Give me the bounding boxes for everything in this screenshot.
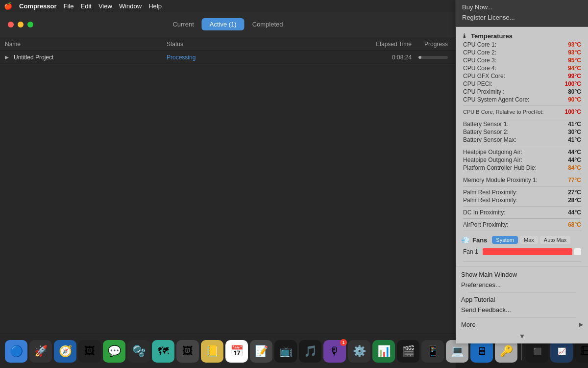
divider-bottom-2 — [468, 317, 576, 317]
tabs-container: Current Active (1) Completed — [165, 18, 291, 30]
temp-cpu-core-4: CPU Core 4: 94°C — [456, 64, 588, 72]
fan-1-row: Fan 1 — [461, 247, 583, 257]
dock: 🔵 🚀 🧭 🖼 💬 🫧 🗺 🖼 📒 📅 📝 📺 🎵 🎙 1 ⚙️ 📊 🎬 📱 💻… — [0, 334, 456, 368]
dock-messages[interactable]: 💬 — [103, 340, 125, 363]
fan-bar-end — [574, 248, 581, 255]
row-status: Processing — [167, 54, 348, 61]
scroll-down-icon: ▼ — [519, 332, 526, 340]
more-item: More — [461, 319, 476, 330]
col-header-status: Status — [167, 41, 348, 48]
app-window: Current Active (1) Completed Name Status… — [0, 12, 456, 368]
col-header-elapsed: Elapsed Time — [348, 41, 412, 48]
temp-palm-1: Palm Rest Proximity: 27°C — [456, 188, 588, 196]
divider-3 — [463, 146, 581, 146]
temp-cpu-peci: CPU PECI: 100°C — [456, 80, 588, 88]
menubar-left: 🍎 Compressor File Edit View Window Help — [4, 2, 162, 10]
dock-photos[interactable]: 🖼 — [78, 340, 101, 363]
temp-dc-in: DC In Proximity: 44°C — [456, 209, 588, 216]
temp-pch-die: Platform Controller Hub Die: 84°C — [456, 164, 588, 172]
tab-active[interactable]: Active (1) — [202, 18, 245, 30]
temp-battery-1: Battery Sensor 1: 41°C — [456, 120, 588, 128]
table-header: Name Status Elapsed Time Progress — [0, 37, 456, 51]
traffic-lights — [8, 22, 33, 27]
app-tutorial-item[interactable]: App Tutorial — [461, 294, 583, 305]
fans-title: Fans — [472, 237, 487, 244]
temp-cpu-core-2: CPU Core 2: 93°C — [456, 49, 588, 56]
more-arrow-icon: ▶ — [579, 321, 583, 328]
progress-bar — [418, 56, 448, 59]
apple-menu-icon[interactable]: 🍎 — [4, 2, 12, 10]
preferences-item[interactable]: Preferences... — [461, 280, 583, 290]
fan-controls: System Max Auto Max — [492, 236, 570, 244]
dropdown-menu-items: Buy Now... Register License... — [456, 0, 588, 27]
divider-8 — [463, 231, 581, 231]
podcast-badge: 1 — [340, 339, 347, 346]
minimize-button[interactable] — [18, 22, 24, 27]
file-menu[interactable]: File — [64, 2, 74, 10]
table-row[interactable]: ▶ Untitled Project Processing 0:08:24 — [0, 51, 456, 64]
divider-9 — [463, 262, 581, 262]
row-disclosure-icon[interactable]: ▶ — [5, 54, 12, 60]
divider-bottom-1 — [468, 292, 576, 292]
temp-cpu-gfx: CPU GFX Core: 99°C — [456, 72, 588, 80]
divider-2 — [463, 118, 581, 118]
progress-fill — [418, 56, 421, 59]
fan-1-label: Fan 1 — [463, 248, 483, 255]
register-item[interactable]: Register License... — [462, 12, 582, 23]
dock-iphone-mirror[interactable]: 📱 — [421, 340, 444, 363]
fan-bar-container — [483, 248, 581, 255]
temp-palm-2: Palm Rest Proximity: 28°C — [456, 196, 588, 204]
window-menu[interactable]: Window — [119, 2, 142, 10]
fan-system-btn[interactable]: System — [492, 236, 518, 244]
row-elapsed: 0:08:24 — [348, 54, 412, 61]
fullscreen-button[interactable] — [27, 22, 33, 27]
temp-cpu-b-core: CPU B Core, Relative to ProcHot: 100°C — [456, 108, 588, 116]
col-header-name: Name — [5, 41, 167, 48]
dock-separator — [521, 342, 522, 360]
temp-cpu-core-3: CPU Core 3: 95°C — [456, 56, 588, 64]
dock-podcasts[interactable]: 🎙 1 — [323, 340, 346, 363]
divider-6 — [463, 206, 581, 207]
temp-battery-max: Battery Sensor Max: 41°C — [456, 136, 588, 144]
temp-heatpipe-1: Heatpipe Outgoing Air: 44°C — [456, 148, 588, 156]
dock-safari[interactable]: 🧭 — [54, 340, 76, 363]
app-name-menu[interactable]: Compressor — [19, 2, 57, 10]
col-header-progress: Progress — [412, 41, 451, 48]
buy-now-item[interactable]: Buy Now... — [462, 2, 582, 12]
dock-numbers[interactable]: 📊 — [372, 340, 395, 363]
dock-textedit[interactable]: 📝 — [250, 340, 272, 363]
dropdown-scroll[interactable]: 🌡 Temperatures CPU Core 1: 93°C CPU Core… — [456, 27, 588, 266]
dock-finder[interactable]: 🔵 — [5, 340, 27, 363]
dock-image-capture[interactable]: 🖼 — [176, 340, 199, 363]
temp-cpu-core-1: CPU Core 1: 93°C — [456, 41, 588, 49]
view-menu[interactable]: View — [98, 2, 112, 10]
divider-1 — [463, 105, 581, 106]
row-progress — [412, 56, 451, 59]
dock-notes[interactable]: 📒 — [201, 340, 223, 363]
divider-5 — [463, 186, 581, 186]
dock-tv[interactable]: 📺 — [274, 340, 297, 363]
send-feedback-item[interactable]: Send Feedback... — [461, 305, 583, 315]
dock-final-cut[interactable]: 🎬 — [397, 340, 419, 363]
show-main-window-item[interactable]: Show Main Window — [461, 269, 583, 280]
dropdown-panel: Buy Now... Register License... 🌡 Tempera… — [456, 0, 588, 343]
edit-menu[interactable]: Edit — [81, 2, 92, 10]
dock-facetime[interactable]: 🫧 — [127, 340, 150, 363]
divider-7 — [463, 218, 581, 219]
more-item-row[interactable]: More ▶ — [461, 319, 583, 330]
temp-battery-2: Battery Sensor 2: 30°C — [456, 128, 588, 136]
close-button[interactable] — [8, 22, 14, 27]
dock-launchpad[interactable]: 🚀 — [29, 340, 52, 363]
dock-music[interactable]: 🎵 — [299, 340, 321, 363]
temperatures-section-header: 🌡 Temperatures — [456, 30, 588, 41]
tab-current[interactable]: Current — [165, 18, 201, 30]
fan-auto-max-btn[interactable]: Auto Max — [540, 236, 570, 244]
fan-icon: 💨 — [461, 236, 469, 244]
dock-apple-logo[interactable]: ⚙️ — [348, 340, 370, 363]
help-menu[interactable]: Help — [148, 2, 162, 10]
bottom-actions: Show Main Window Preferences... App Tuto… — [456, 266, 588, 343]
dock-maps[interactable]: 🗺 — [152, 340, 174, 363]
tab-completed[interactable]: Completed — [245, 18, 291, 30]
dock-calendar[interactable]: 📅 — [225, 340, 248, 363]
fan-max-btn[interactable]: Max — [520, 236, 538, 244]
